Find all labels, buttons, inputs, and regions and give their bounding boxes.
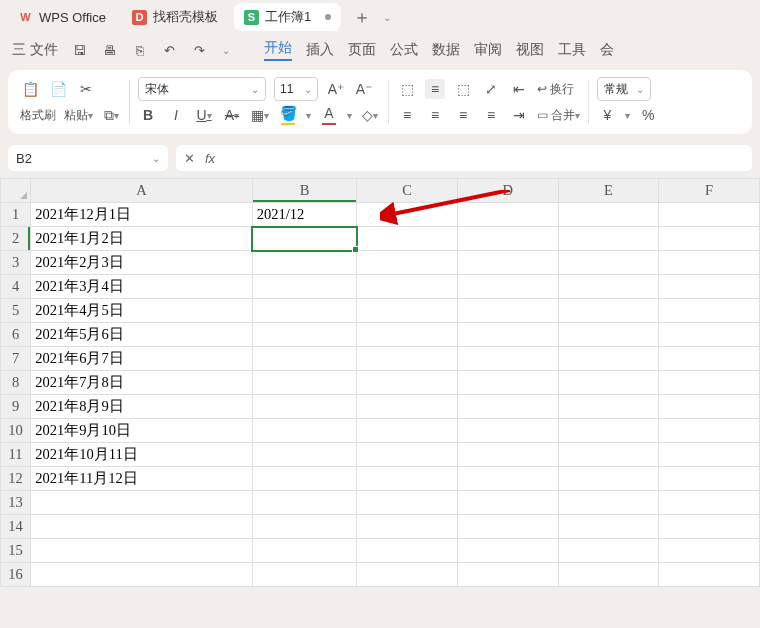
row-header[interactable]: 5 [1, 299, 31, 323]
cell[interactable] [558, 563, 659, 587]
redo-icon[interactable]: ↷ [192, 42, 208, 58]
row-header[interactable]: 6 [1, 323, 31, 347]
tab-workbook1[interactable]: S 工作簿1 [234, 3, 341, 31]
cell[interactable] [252, 419, 357, 443]
decrease-font-button[interactable]: A⁻ [354, 79, 374, 99]
cell[interactable] [558, 251, 659, 275]
align-middle-button[interactable]: ≡ [425, 79, 445, 99]
cell[interactable]: 2021年7月8日 [31, 371, 252, 395]
align-right-button[interactable]: ≡ [453, 105, 473, 125]
row-header[interactable]: 4 [1, 275, 31, 299]
row-header[interactable]: 3 [1, 251, 31, 275]
name-box-dropdown-icon[interactable]: ⌄ [152, 153, 160, 164]
qat-more-icon[interactable]: ⌄ [222, 45, 230, 56]
paste-label[interactable]: 粘贴▾ [64, 107, 93, 124]
row-header[interactable]: 11 [1, 443, 31, 467]
undo-icon[interactable]: ↶ [162, 42, 178, 58]
cell[interactable] [659, 515, 760, 539]
save-icon[interactable]: 🖫 [72, 42, 88, 58]
tab-dockell-templates[interactable]: D 找稻壳模板 [122, 3, 228, 31]
new-tab-button[interactable]: ＋ [347, 5, 377, 29]
cell[interactable] [457, 347, 558, 371]
cell[interactable] [659, 203, 760, 227]
menu-data[interactable]: 数据 [432, 41, 460, 59]
cell[interactable] [457, 275, 558, 299]
file-menu[interactable]: 三 文件 [12, 41, 58, 59]
cell[interactable] [558, 467, 659, 491]
cell[interactable] [659, 443, 760, 467]
select-all-corner[interactable] [1, 179, 31, 203]
underline-button[interactable]: U▾ [194, 105, 214, 125]
menu-page[interactable]: 页面 [348, 41, 376, 59]
font-size-select[interactable]: 11⌄ [274, 77, 318, 101]
cell[interactable]: 2021年2月3日 [31, 251, 252, 275]
cell[interactable] [659, 539, 760, 563]
active-cell[interactable] [252, 227, 357, 251]
clear-format-button[interactable]: ◇▾ [360, 105, 380, 125]
menu-insert[interactable]: 插入 [306, 41, 334, 59]
row-header[interactable]: 14 [1, 515, 31, 539]
currency-more[interactable]: ▾ [625, 110, 630, 121]
align-center-button[interactable]: ≡ [425, 105, 445, 125]
row-header[interactable]: 1 [1, 203, 31, 227]
cell[interactable] [252, 323, 357, 347]
align-top-button[interactable]: ⬚ [397, 79, 417, 99]
currency-button[interactable]: ¥ [597, 105, 617, 125]
formula-bar[interactable]: ✕ fx [176, 145, 752, 171]
font-color-more[interactable]: ▾ [347, 110, 352, 121]
cell[interactable] [659, 323, 760, 347]
cell[interactable]: 2021年12月1日 [31, 203, 252, 227]
cell[interactable] [558, 443, 659, 467]
cell[interactable]: 2021年10月11日 [31, 443, 252, 467]
col-header-A[interactable]: A [31, 179, 252, 203]
cell[interactable] [558, 275, 659, 299]
cell[interactable] [31, 539, 252, 563]
cell[interactable] [659, 563, 760, 587]
fx-icon[interactable]: fx [205, 151, 215, 166]
cell[interactable]: 2021年4月5日 [31, 299, 252, 323]
cell[interactable] [357, 443, 458, 467]
percent-button[interactable]: % [638, 105, 658, 125]
cell[interactable]: 2021年1月2日 [31, 227, 252, 251]
cell[interactable] [357, 539, 458, 563]
row-header[interactable]: 16 [1, 563, 31, 587]
indent-decrease-button[interactable]: ⇤ [509, 79, 529, 99]
cell[interactable] [558, 323, 659, 347]
cell[interactable] [252, 275, 357, 299]
cell[interactable] [357, 563, 458, 587]
cell[interactable] [659, 227, 760, 251]
cell[interactable] [659, 419, 760, 443]
cell[interactable] [357, 275, 458, 299]
align-bottom-button[interactable]: ⬚ [453, 79, 473, 99]
cell[interactable] [457, 443, 558, 467]
number-format-select[interactable]: 常规⌄ [597, 77, 651, 101]
align-left-button[interactable]: ≡ [397, 105, 417, 125]
menu-view[interactable]: 视图 [516, 41, 544, 59]
cell[interactable] [457, 227, 558, 251]
strikethrough-button[interactable]: A▾ [222, 105, 242, 125]
cell[interactable] [558, 395, 659, 419]
menu-formula[interactable]: 公式 [390, 41, 418, 59]
cell[interactable] [357, 347, 458, 371]
cell[interactable] [457, 251, 558, 275]
cell[interactable] [357, 395, 458, 419]
col-header-D[interactable]: D [457, 179, 558, 203]
orientation-button[interactable]: ⤢ [481, 79, 501, 99]
row-header[interactable]: 9 [1, 395, 31, 419]
cell[interactable] [659, 467, 760, 491]
cell[interactable] [457, 371, 558, 395]
name-box[interactable]: B2 ⌄ [8, 145, 168, 171]
fill-color-more[interactable]: ▾ [306, 110, 311, 121]
tab-wps-home[interactable]: W WPS Office [8, 3, 116, 31]
cell[interactable] [252, 491, 357, 515]
cell[interactable] [457, 323, 558, 347]
row-header[interactable]: 10 [1, 419, 31, 443]
indent-increase-button[interactable]: ⇥ [509, 105, 529, 125]
cell[interactable]: 2021年5月6日 [31, 323, 252, 347]
cell[interactable] [457, 203, 558, 227]
format-painter-button[interactable]: 📋 [20, 79, 40, 99]
menu-more[interactable]: 会 [600, 41, 614, 59]
row-header[interactable]: 15 [1, 539, 31, 563]
cell[interactable] [659, 275, 760, 299]
cell[interactable] [457, 539, 558, 563]
